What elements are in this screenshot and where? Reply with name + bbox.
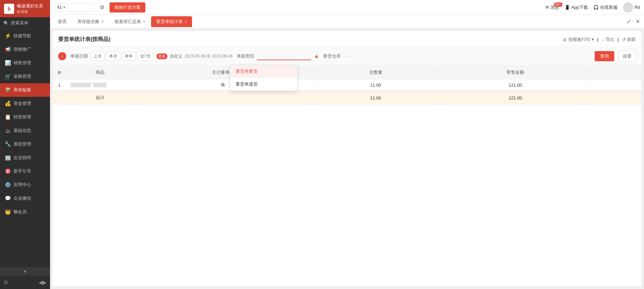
- sidebar-item-basics[interactable]: 🗂 基础信息: [0, 124, 50, 137]
- print-icon: 🖨: [563, 37, 567, 42]
- phone-icon: 📱: [565, 5, 570, 10]
- operations-icon: 📋: [5, 114, 11, 120]
- user-avatar[interactable]: Rit: [623, 2, 640, 13]
- col-amount: 零售金额: [439, 66, 592, 79]
- date-range-display: 2023-05-06 至 2023-06-06: [185, 53, 233, 59]
- total-amount: 121.00: [439, 91, 592, 105]
- table-total-row: 合计 11.00 121.00: [53, 91, 641, 105]
- tab-batch-account-close[interactable]: ×: [101, 19, 104, 24]
- sidebar-item-member[interactable]: 👑 畅会员: [0, 205, 50, 219]
- col-settings[interactable]: ⚙: [53, 66, 66, 79]
- warehouse-more-btn[interactable]: ···: [343, 53, 350, 59]
- tab-maximize-btn[interactable]: ⤢: [625, 17, 632, 26]
- refresh-icon: ↺: [622, 37, 626, 42]
- tab-home[interactable]: 首页: [53, 16, 72, 27]
- tab-collect-summary-close[interactable]: ×: [143, 19, 145, 24]
- total-label: 合计: [66, 91, 134, 105]
- warehouse-filter-label: 要货仓库: [323, 53, 341, 59]
- collapse-footer-btn[interactable]: ◀▶: [39, 279, 47, 286]
- settings-button[interactable]: 设置: [618, 51, 636, 62]
- quick-nav-icon: ⚡: [5, 33, 11, 39]
- date-quick-btns: 上月 本月 本年 近7天: [91, 52, 154, 61]
- tab-order-summary[interactable]: 要货单统计表 ×: [151, 16, 192, 27]
- page-header: 要货单统计表(按商品) 🖨 按模板打印 ▾ | ↓ 导出 | ↺ 刷新: [53, 31, 641, 47]
- col-extra: [592, 66, 641, 79]
- message-button[interactable]: ✉ 消息 99+: [545, 4, 559, 10]
- type-filter-group: 单据类型 ▲ 要货单要货 要货单退货: [237, 52, 319, 60]
- page-title: 要货单统计表(按商品): [58, 36, 111, 43]
- message-icon: ✉: [545, 5, 549, 10]
- total-quantity: 11.00: [312, 91, 439, 105]
- date-btn-this-year[interactable]: 本年: [122, 52, 136, 61]
- tab-expand-controls: ⤢ ✕: [625, 17, 641, 26]
- export-button[interactable]: ↓ 导出: [602, 37, 614, 43]
- sidebar-item-app-center[interactable]: ⚙️ 应用中心: [0, 178, 50, 192]
- warehouse-filter-group: 要货仓库 ···: [323, 53, 350, 59]
- sidebar-item-inventory[interactable]: 📦 库存核算: [0, 83, 50, 97]
- type-dropdown-arrow[interactable]: ▲: [314, 53, 319, 59]
- col-product: 商品: [66, 66, 134, 79]
- sidebar-item-guide[interactable]: 🎯 新手引导: [0, 164, 50, 178]
- total-extra: [592, 91, 641, 105]
- sidebar-item-marketing[interactable]: 📢 营销推广: [0, 43, 50, 56]
- page-actions: 🖨 按模板打印 ▾ | ↓ 导出 | ↺ 刷新: [563, 37, 636, 43]
- tab-collect-summary[interactable]: 收发存汇总表 ×: [110, 16, 150, 27]
- table-header-row: ⚙ 商品 主计量单位 主数量 零售金额: [53, 66, 641, 79]
- enterprise-icon: 🏢: [5, 155, 11, 161]
- tabbar: 首页 库存批次账 × 收发存汇总表 × 要货单统计表 × ⤢ ✕: [50, 15, 644, 28]
- main-area: 41 ▾ ⚙ 体验行业方案 ✉ 消息 99+ 📱 App下载 🎧 在线客服 R: [50, 0, 644, 289]
- app-logo: b: [4, 4, 14, 14]
- topbar-gear-button[interactable]: ⚙: [97, 3, 107, 12]
- member-icon: 👑: [5, 209, 11, 215]
- search-icon: 🔍: [3, 21, 9, 26]
- sidebar-scroll-down[interactable]: ▼: [0, 267, 50, 275]
- more-date-badge[interactable]: 更多: [157, 53, 167, 59]
- type-filter-input[interactable]: [257, 52, 311, 60]
- app-center-icon: ⚙️: [5, 182, 11, 188]
- refresh-button[interactable]: ↺ 刷新: [622, 37, 636, 43]
- print-dropdown-icon: ▾: [592, 37, 594, 42]
- date-btn-last-month[interactable]: 上月: [91, 52, 105, 61]
- topbar: 41 ▾ ⚙ 体验行业方案 ✉ 消息 99+ 📱 App下载 🎧 在线客服 R: [50, 0, 644, 15]
- date-btn-7days[interactable]: 近7天: [137, 52, 154, 61]
- sidebar-item-operations[interactable]: 📋 经营管理: [0, 110, 50, 124]
- sidebar-item-quick-nav[interactable]: ⚡ 快捷导航: [0, 29, 50, 43]
- store-dropdown-icon: ▾: [63, 5, 66, 10]
- export-icon: ↓: [602, 37, 604, 42]
- sidebar: b 畅捷通好生意 标准版 🔍 搜索菜单 ⚡ 快捷导航 📢 营销推广 📊 销售管理…: [0, 0, 50, 289]
- tab-batch-account[interactable]: 库存批次账 ×: [72, 16, 109, 27]
- tab-order-summary-close[interactable]: ×: [185, 19, 187, 24]
- type-filter-label: 单据类型: [237, 53, 254, 59]
- message-badge: 99+: [554, 2, 563, 7]
- query-button[interactable]: 查询: [595, 51, 614, 61]
- filter-bar: › 单据日期 上月 本月 本年 近7天 更多 自定义 2023-05-06 至 …: [53, 47, 641, 66]
- sidebar-item-sales[interactable]: 📊 销售管理: [0, 56, 50, 70]
- topbar-right: ✉ 消息 99+ 📱 App下载 🎧 在线客服 Rit: [545, 2, 640, 13]
- online-service-button[interactable]: 🎧 在线客服: [593, 4, 618, 10]
- settings-footer-btn[interactable]: ⚙: [3, 279, 8, 286]
- store-selector[interactable]: 41 ▾: [54, 3, 95, 12]
- app-download-button[interactable]: 📱 App下载: [565, 4, 588, 10]
- dropdown-item-order-return[interactable]: 要货单退货: [230, 78, 297, 91]
- date-custom-btn[interactable]: 自定义: [170, 53, 182, 59]
- sidebar-item-enterprise[interactable]: 🏢 企业协同: [0, 151, 50, 164]
- sidebar-item-system[interactable]: 🔧 系统管理: [0, 137, 50, 151]
- search-menu[interactable]: 🔍 搜索菜单: [0, 17, 50, 29]
- row-index: 1: [53, 79, 66, 91]
- marketing-icon: 📢: [5, 46, 11, 52]
- sidebar-item-finance[interactable]: 💰 资金管理: [0, 97, 50, 110]
- print-button[interactable]: 🖨 按模板打印 ▾: [563, 37, 594, 43]
- page-content: 要货单统计表(按商品) 🖨 按模板打印 ▾ | ↓ 导出 | ↺ 刷新: [53, 31, 641, 286]
- row-quantity: 11.00: [312, 79, 439, 91]
- filter-expand-btn[interactable]: ›: [58, 52, 66, 60]
- system-icon: 🔧: [5, 141, 11, 147]
- sidebar-item-purchase[interactable]: 🛒 采购管理: [0, 70, 50, 83]
- headset-icon: 🎧: [593, 5, 599, 10]
- date-btn-this-month[interactable]: 本月: [106, 52, 120, 61]
- dropdown-item-order-goods[interactable]: 要货单要货: [230, 65, 297, 78]
- table-row: 1 块 11.00 121.00: [53, 79, 641, 91]
- tab-close-all-btn[interactable]: ✕: [634, 17, 641, 26]
- sidebar-footer: ⚙ ◀▶: [0, 275, 50, 289]
- sidebar-item-wechat[interactable]: 💬 企业微信: [0, 192, 50, 205]
- trial-button[interactable]: 体验行业方案: [110, 2, 145, 13]
